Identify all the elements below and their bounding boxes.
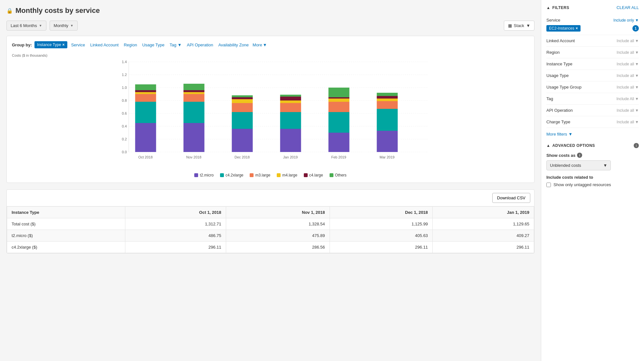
period-dropdown[interactable]: Last 6 Months ▼ <box>6 21 46 31</box>
advanced-options-header: ▲ ADVANCED OPTIONS i <box>546 143 639 148</box>
group-by-service[interactable]: Service <box>70 42 86 48</box>
granularity-label: Monthly <box>54 23 69 28</box>
bar-dec-c4_2xlarge <box>232 112 253 129</box>
bar-oct-others <box>135 84 156 90</box>
bar-jan-others <box>280 95 301 97</box>
legend-c4-2xlarge-color <box>220 173 224 177</box>
filters-collapse-icon[interactable]: ▲ <box>546 5 550 10</box>
linked-account-control[interactable]: Include all ▼ <box>617 39 639 43</box>
svg-text:Dec 2018: Dec 2018 <box>235 155 250 159</box>
api-operation-label: API Operation <box>546 108 573 113</box>
group-by-linked-account[interactable]: Linked Account <box>89 42 120 48</box>
instance-type-include-all-label: Include all <box>617 62 634 66</box>
usage-type-control[interactable]: Include all ▼ <box>617 73 639 78</box>
linked-account-label: Linked Account <box>546 38 575 43</box>
svg-text:0.2: 0.2 <box>122 137 127 141</box>
legend-m3large-label: m3.large <box>255 173 270 177</box>
bar-dec-t2micro <box>232 129 253 152</box>
clear-all-button[interactable]: CLEAR ALL <box>617 5 639 10</box>
service-include-only-label: Include only <box>613 18 634 23</box>
svg-text:Jan 2019: Jan 2019 <box>283 155 298 159</box>
service-filter-top: Service Include only ▼ <box>546 18 639 23</box>
row-t2micro-dec: 405.63 <box>330 230 433 242</box>
untagged-checkbox-row: Show only untagged resources <box>546 182 639 187</box>
more-filters-button[interactable]: More filters ▼ <box>546 128 639 140</box>
service-dropdown-arrow-icon: ▼ <box>635 18 639 23</box>
row-c42xlarge-dec: 296.11 <box>330 242 433 253</box>
instance-type-filter-row: Instance Type Include all ▼ <box>546 58 639 70</box>
region-control[interactable]: Include all ▼ <box>617 50 639 55</box>
row-total-type: Total cost ($) <box>7 218 125 230</box>
bar-nov-others <box>184 84 205 90</box>
table-row: c4.2xlarge ($) 296.11 286.56 296.11 296.… <box>7 242 534 253</box>
legend-c4large-color <box>304 173 308 177</box>
legend-m4large-label: m4.large <box>282 173 297 177</box>
svg-text:Feb 2019: Feb 2019 <box>331 155 346 159</box>
stack-label: Stack <box>514 23 524 28</box>
remove-tag-icon[interactable]: × <box>62 43 65 47</box>
tag-arrow-icon: ▼ <box>635 97 639 101</box>
bar-jan-c4large <box>280 97 301 100</box>
bar-mar-c4_2xlarge <box>377 109 398 131</box>
active-tag-label: Instance Type <box>37 43 61 47</box>
filters-title-label: FILTERS <box>552 5 569 10</box>
row-total-nov: 1,328.54 <box>226 218 330 230</box>
region-label: Region <box>546 50 560 55</box>
bar-feb-c4large <box>329 97 350 99</box>
advanced-info-icon[interactable]: i <box>634 143 639 148</box>
charge-type-filter-row: Charge Type Include all ▼ <box>546 116 639 128</box>
show-costs-info-icon[interactable]: i <box>577 153 582 158</box>
untagged-checkbox[interactable] <box>546 183 551 187</box>
lock-icon: 🔒 <box>6 8 13 14</box>
active-group-tag[interactable]: Instance Type × <box>34 41 67 48</box>
group-by-more[interactable]: More ▼ <box>253 43 267 47</box>
bar-chart-svg: 1.4 1.2 1.0 0.8 0.6 0.4 0.2 0.0 <box>12 59 529 168</box>
chart-area: Costs ($ in thousands) <box>12 53 529 177</box>
bar-dec-others <box>232 95 253 97</box>
bar-feb-t2micro <box>329 133 350 152</box>
group-by-availability-zone[interactable]: Availability Zone <box>217 42 250 48</box>
svg-text:0.4: 0.4 <box>122 124 127 128</box>
granularity-dropdown[interactable]: Monthly ▼ <box>50 21 78 31</box>
legend-m3large: m3.large <box>250 173 270 177</box>
tag-control[interactable]: Include All ▼ <box>616 97 639 101</box>
col-jan: Jan 1, 2019 <box>433 207 534 218</box>
legend-others-color <box>330 173 333 177</box>
bar-mar-m3large <box>377 101 398 109</box>
service-active-tag[interactable]: EC2-Instances × <box>546 25 581 32</box>
usage-type-label: Usage Type <box>546 73 569 78</box>
svg-text:Oct 2018: Oct 2018 <box>138 155 153 159</box>
service-include-only-button[interactable]: Include only ▼ <box>613 18 639 23</box>
legend-t2micro-label: t2.micro <box>200 173 214 177</box>
bar-jan-m3large <box>280 103 301 112</box>
group-by-usage-type[interactable]: Usage Type <box>141 42 166 48</box>
col-oct: Oct 1, 2018 <box>125 207 226 218</box>
bar-mar-c4large <box>377 96 398 99</box>
bar-oct-c4large <box>135 90 156 92</box>
data-table: Instance Type Oct 1, 2018 Nov 1, 2018 De… <box>7 206 534 253</box>
download-csv-button[interactable]: Download CSV <box>492 193 530 203</box>
service-tag-remove-icon[interactable]: × <box>576 26 578 31</box>
api-operation-control[interactable]: Include all ▼ <box>617 108 639 113</box>
more-label: More <box>253 43 262 47</box>
show-costs-label: Show costs as i <box>546 153 639 158</box>
stack-dropdown[interactable]: ▦ Stack ▼ <box>504 21 534 31</box>
bar-mar-t2micro <box>377 131 398 152</box>
svg-text:1.4: 1.4 <box>122 60 127 64</box>
advanced-collapse-icon[interactable]: ▲ <box>546 143 550 148</box>
legend-c4-2xlarge-label: c4.2xlarge <box>226 173 243 177</box>
group-by-tag[interactable]: Tag ▼ <box>168 42 183 48</box>
usage-type-group-arrow-icon: ▼ <box>635 85 639 90</box>
costs-dropdown[interactable]: Unblended costs ▼ <box>546 160 611 170</box>
group-by-region[interactable]: Region <box>122 42 138 48</box>
usage-type-group-label: Usage Type Group <box>546 85 582 90</box>
usage-type-group-control[interactable]: Include all ▼ <box>617 85 639 90</box>
charge-type-control[interactable]: Include all ▼ <box>617 120 639 124</box>
bar-nov-m3large <box>184 94 205 102</box>
row-t2micro-nov: 475.89 <box>226 230 330 242</box>
group-by-api-operation[interactable]: API Operation <box>186 42 215 48</box>
period-arrow-icon: ▼ <box>39 24 42 27</box>
instance-type-control[interactable]: Include all ▼ <box>617 62 639 66</box>
linked-account-filter-row: Linked Account Include all ▼ <box>546 35 639 47</box>
costs-dropdown-arrow-icon: ▼ <box>603 163 607 168</box>
